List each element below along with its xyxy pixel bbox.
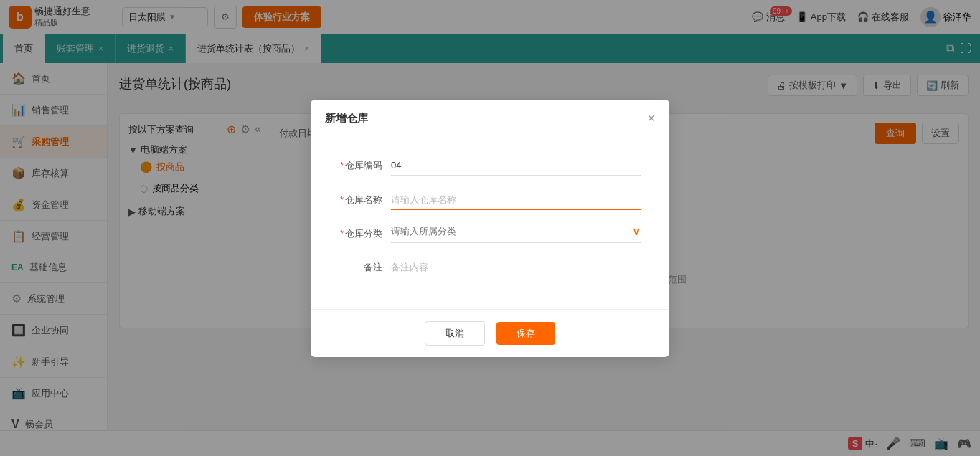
save-button[interactable]: 保存: [496, 322, 555, 345]
code-field-row: 仓库编码: [339, 156, 641, 176]
name-field-row: 仓库名称: [339, 190, 641, 210]
code-input[interactable]: [391, 156, 641, 176]
code-label: 仓库编码: [339, 159, 382, 172]
cancel-button[interactable]: 取消: [425, 321, 485, 346]
modal-close-button[interactable]: ×: [647, 111, 655, 126]
note-label: 备注: [339, 261, 382, 274]
add-warehouse-modal: 新增仓库 × 仓库编码 仓库名称 仓库分类 ∨: [311, 100, 669, 357]
modal-header: 新增仓库 ×: [311, 100, 669, 138]
name-input[interactable]: [391, 190, 641, 210]
category-input[interactable]: [391, 226, 632, 237]
modal-overlay[interactable]: 新增仓库 × 仓库编码 仓库名称 仓库分类 ∨: [0, 0, 980, 456]
category-select-wrap[interactable]: ∨: [391, 224, 641, 243]
modal-body: 仓库编码 仓库名称 仓库分类 ∨ 备注: [311, 138, 669, 309]
category-field-row: 仓库分类 ∨: [339, 224, 641, 243]
category-label: 仓库分类: [339, 227, 382, 240]
modal-footer: 取消 保存: [311, 309, 669, 357]
name-label: 仓库名称: [339, 194, 382, 206]
note-input[interactable]: [391, 257, 641, 277]
note-field-row: 备注: [339, 257, 641, 277]
modal-title: 新增仓库: [325, 112, 368, 125]
category-arrow-icon: ∨: [632, 224, 641, 238]
